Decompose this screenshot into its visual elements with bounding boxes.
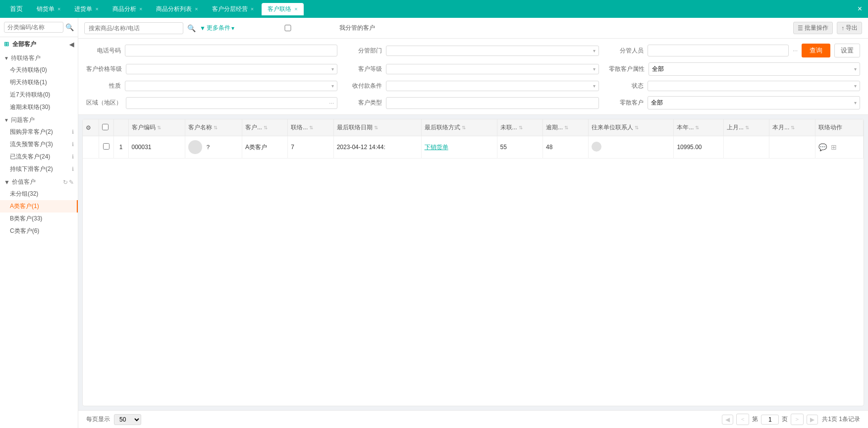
sort-name-icon: ⇅	[214, 125, 217, 130]
my-customers-checkbox[interactable]	[238, 25, 337, 31]
filter-select-dept[interactable]: ▾	[386, 46, 598, 56]
sidebar-item-hoard[interactable]: 囤购异常客户(2) ℹ	[0, 126, 78, 138]
sidebar-group-value[interactable]: ▼ 价值客户 ↻ ✎	[0, 175, 78, 188]
row-contact: 7	[288, 136, 333, 159]
page-size-select[interactable]: 50 100 200	[114, 414, 141, 425]
filter-select-retail-customer[interactable]: 全部 ▾	[648, 96, 860, 109]
edit-icon[interactable]: ✎	[69, 179, 74, 186]
sidebar-all-customers[interactable]: ⊞ 全部客户 ◀	[0, 37, 78, 52]
page-input[interactable]	[761, 415, 779, 425]
filter-row-price-level: 客户价格等级 ▾	[86, 62, 337, 76]
row-name: ？	[185, 136, 242, 159]
sidebar-item-b-class[interactable]: B类客户(33)	[0, 213, 78, 225]
close-purchase-icon[interactable]: ×	[95, 6, 98, 12]
close-sales-icon[interactable]: ×	[57, 6, 60, 12]
advanced-filter: 电话号码 分管部门 ▾ 分管人员 ··· 查询 设置 客户价格等级	[78, 39, 868, 115]
search-input[interactable]	[84, 22, 183, 34]
sidebar-item-today[interactable]: 今天待联络(0)	[0, 64, 78, 76]
filter-input-phone[interactable]	[125, 45, 337, 56]
sidebar-item-declining[interactable]: 持续下滑客户(2) ℹ	[0, 163, 78, 175]
nav-customer-segment[interactable]: 客户分层经营 ×	[206, 3, 260, 15]
filter-label-dept: 分管部门	[347, 47, 382, 55]
filter-input-manager[interactable]	[648, 45, 789, 56]
close-segment-icon[interactable]: ×	[251, 6, 254, 12]
nav-customer-contact[interactable]: 客户联络 ×	[262, 3, 303, 15]
sort-this-month-icon: ⇅	[791, 125, 795, 130]
filter-select-customer-level[interactable]: ▾	[386, 64, 598, 74]
close-contact-icon[interactable]: ×	[294, 6, 297, 12]
col-unit-contact[interactable]: 往来单位联系人 ⇅	[589, 119, 674, 136]
chevron-nature-icon: ▾	[331, 83, 334, 89]
nav-product-analysis-list[interactable]: 商品分析列表 ×	[150, 3, 204, 15]
page-size-label: 每页显示	[86, 415, 110, 424]
chevron-status-icon: ▾	[854, 83, 857, 89]
first-page-button[interactable]: ◀	[722, 415, 733, 425]
my-customers-checkbox-label[interactable]: 我分管的客户	[238, 24, 375, 32]
search-button[interactable]: 🔍	[187, 24, 196, 32]
sidebar-item-churned[interactable]: 已流失客户(24) ℹ	[0, 151, 78, 163]
col-this-month[interactable]: 本月... ⇅	[769, 119, 815, 136]
query-button[interactable]: 查询	[802, 44, 830, 57]
sidebar-search-icon[interactable]: 🔍	[65, 23, 74, 31]
sidebar-collapse-icon[interactable]: ◀	[69, 41, 74, 48]
close-product-list-icon[interactable]: ×	[195, 6, 198, 12]
global-close-button[interactable]: ×	[856, 2, 864, 15]
nav-home[interactable]: 首页	[4, 2, 29, 15]
nav-product-analysis[interactable]: 商品分析 ×	[107, 3, 148, 15]
col-gear[interactable]: ⚙	[83, 119, 99, 136]
filter-select-nature[interactable]: ▾	[125, 81, 337, 91]
nav-sales[interactable]: 销货单 ×	[31, 3, 66, 15]
refresh-icon[interactable]: ↻	[63, 179, 68, 186]
chevron-level-icon: ▾	[593, 66, 596, 72]
filter-row-retail-customer: 零散客户 全部 ▾	[609, 96, 860, 109]
last-method-link[interactable]: 下销货单	[425, 144, 448, 151]
filter-row-customer-level: 客户等级 ▾	[347, 62, 598, 76]
sidebar-item-overdue[interactable]: 逾期未联络(30)	[0, 101, 78, 113]
filter-dots-region[interactable]: ···	[329, 100, 334, 107]
filter-select-price-level[interactable]: ▾	[126, 64, 337, 74]
next-page-button[interactable]: ＞	[791, 414, 804, 425]
col-this-year[interactable]: 本年... ⇅	[674, 119, 723, 136]
sidebar-group-pending[interactable]: ▼ 待联络客户	[0, 52, 78, 64]
filter-label-customer-level: 客户等级	[347, 65, 382, 73]
chevron-retail-icon: ▾	[854, 66, 857, 72]
last-page-button[interactable]: ▶	[807, 415, 818, 425]
sidebar-item-c-class[interactable]: C类客户(6)	[0, 225, 78, 237]
row-last-method[interactable]: 下销货单	[421, 136, 497, 159]
prev-page-button[interactable]: ＜	[736, 414, 749, 425]
filter-select-payment[interactable]: ▾	[386, 81, 598, 91]
export-button[interactable]: ↑ 导出	[837, 22, 862, 34]
row-index: 1	[113, 136, 128, 159]
filter-select-status[interactable]: ▾	[648, 81, 860, 91]
sidebar-item-7days[interactable]: 近7天待联络(0)	[0, 89, 78, 101]
col-customer-type[interactable]: 客户... ⇅	[242, 119, 287, 136]
col-customer-name[interactable]: 客户名称 ⇅	[185, 119, 242, 136]
col-last-date[interactable]: 最后联络日期 ⇅	[333, 119, 421, 136]
filter-select-retail-attr[interactable]: 全部 ▾	[649, 62, 860, 76]
info-icon-1: ℹ	[72, 129, 74, 135]
sidebar-search-input[interactable]	[4, 22, 63, 33]
filter-input-customer-type[interactable]	[386, 97, 598, 109]
select-all-checkbox[interactable]	[102, 124, 108, 130]
close-product-analysis-icon[interactable]: ×	[139, 6, 142, 12]
col-customer-code[interactable]: 客户编码 ⇅	[128, 119, 185, 136]
col-no-contact[interactable]: 未联... ⇅	[497, 119, 542, 136]
row-checkbox[interactable]	[103, 143, 109, 150]
col-overdue[interactable]: 逾期... ⇅	[542, 119, 588, 136]
sidebar-group-problem[interactable]: ▼ 问题客户	[0, 113, 78, 126]
sidebar-item-ungroup[interactable]: 未分组(32)	[0, 188, 78, 200]
settings-button[interactable]: 设置	[834, 44, 860, 57]
more-filter-button[interactable]: ▼ 更多条件 ▾	[200, 24, 234, 32]
col-contact[interactable]: 联络... ⇅	[288, 119, 333, 136]
chat-action-icon[interactable]: 💬	[818, 143, 827, 151]
bulk-op-button[interactable]: ☰ 批量操作	[793, 22, 833, 34]
sidebar-item-churn-warn[interactable]: 流失预警客户(3) ℹ	[0, 138, 78, 151]
filter-dots-manager[interactable]: ···	[793, 47, 798, 54]
filter-select-region[interactable]: ···	[126, 97, 337, 109]
grid-action-icon[interactable]: ⊞	[831, 143, 837, 151]
sidebar-item-tomorrow[interactable]: 明天待联络(1)	[0, 76, 78, 89]
col-last-method[interactable]: 最后联络方式 ⇅	[421, 119, 497, 136]
col-last-month[interactable]: 上月... ⇅	[723, 119, 769, 136]
sidebar-item-a-class[interactable]: A类客户(1)	[0, 200, 78, 213]
nav-purchase[interactable]: 进货单 ×	[68, 3, 104, 15]
